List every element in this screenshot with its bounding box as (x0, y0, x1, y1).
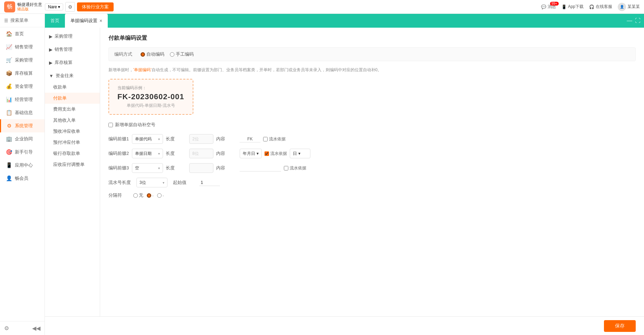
user-name: 某某某 (627, 4, 640, 10)
prefix1-label: 编码前缀1 (108, 136, 129, 142)
prefix1-waterfall-label[interactable]: 流水依据 (263, 136, 286, 142)
sub-nav-item-yushou[interactable]: 预收冲应收单 (45, 126, 100, 137)
serial-select[interactable]: 3位 ▾ (136, 178, 167, 187)
sep-dot-label[interactable]: · (147, 193, 154, 198)
tab-current[interactable]: 单据编码设置 × (65, 14, 108, 28)
prefix3-content-input[interactable] (240, 165, 281, 171)
sep-dot2-radio[interactable] (157, 193, 162, 198)
sub-nav-item-shoukuan[interactable]: 收款单 (45, 82, 100, 93)
prefix1-select[interactable]: 单据代码 ▾ (132, 134, 163, 144)
sidebar-item-apps[interactable]: 📱 应用中心 (0, 159, 45, 172)
start-value-input[interactable] (199, 179, 220, 186)
avatar: 👤 (618, 3, 626, 11)
prefix2-content-arrow-icon: ▾ (257, 151, 259, 156)
sidebar-item-purchase[interactable]: 🛒 采购管理 (0, 54, 45, 67)
tab-maximize-icon[interactable]: ⛶ (635, 18, 641, 24)
app-download-btn[interactable]: 📱 App下载 (561, 4, 584, 10)
sub-group-finance-header[interactable]: ▼ 资金往来 (45, 70, 100, 82)
sidebar-item-purchase-label: 采购管理 (15, 57, 33, 63)
sidebar-item-home[interactable]: 🏠 首页 (0, 27, 45, 40)
brand-name: 畅捷通好生意 (17, 2, 42, 7)
gear-icon: ⚙ (68, 4, 73, 10)
prefix1-value: 单据代码 (135, 136, 152, 142)
sidebar-item-finance-label: 资金管理 (15, 83, 33, 90)
save-button[interactable]: 保存 (604, 320, 636, 332)
prefix1-len-value: 2位 (192, 136, 199, 142)
sub-group-sales-header[interactable]: ▶ 销售管理 (45, 44, 100, 55)
sub-group-inventory-header[interactable]: ▶ 库存核算 (45, 57, 100, 68)
sidebar-item-member[interactable]: 👤 畅会员 (0, 172, 45, 185)
prefix1-len-input: 2位 (189, 134, 213, 144)
sidebar-item-basic[interactable]: 📋 基础信息 (0, 106, 45, 119)
prefix2-waterfall-label[interactable]: 流水依据 (265, 151, 287, 157)
auto-radio-label[interactable]: 自动编码 (141, 51, 164, 57)
sep-dot-radio[interactable] (147, 193, 151, 198)
sub-nav-item-yingshou[interactable]: 应收应付调整单 (45, 159, 100, 170)
sidebar-item-sales-label: 销售管理 (15, 44, 33, 50)
code-example-label: 当前编码示例： (117, 85, 184, 91)
sidebar-item-inventory[interactable]: 📦 库存核算 (0, 67, 45, 80)
sub-group-finance-items: 收款单 付款单 费用支出单 其他收入单 预收冲应收单 预付冲应付单 银行存取款单… (45, 82, 100, 170)
prefix1-waterfall-checkbox[interactable] (263, 137, 268, 141)
sub-nav-item-yufu[interactable]: 预付冲应付单 (45, 137, 100, 148)
prefix2-content-label: 内容 (216, 150, 237, 157)
auto-radio-input[interactable] (141, 52, 145, 57)
prefix3-arrow-icon: ▾ (158, 166, 160, 170)
tab-minimize-icon[interactable]: — (627, 18, 632, 24)
trial-btn[interactable]: 体验行业方案 (77, 2, 114, 11)
sub-group-purchase-header[interactable]: ▶ 采购管理 (45, 30, 100, 42)
sub-group-finance-label: 资金往来 (56, 73, 74, 79)
settings-bottom-icon[interactable]: ⚙ (4, 325, 9, 332)
sep-radio-group: 无 · · (133, 192, 164, 198)
prefix1-content-input[interactable] (240, 136, 260, 142)
sidebar-item-guide[interactable]: 🎯 新手引导 (0, 146, 45, 159)
msg-btn[interactable]: 💬 消息 99+ (541, 4, 556, 10)
sub-group-purchase-label: 采购管理 (55, 33, 73, 39)
manual-radio-label[interactable]: 手工编码 (170, 51, 194, 57)
settings-gear-btn[interactable]: ⚙ (65, 2, 75, 12)
sidebar-item-member-label: 畅会员 (15, 175, 28, 182)
prefix3-waterfall-checkbox[interactable] (284, 166, 288, 170)
sidebar-item-home-label: 首页 (15, 31, 24, 37)
prefix3-label: 编码前缀3 (108, 165, 129, 171)
prefix2-waterfall-unit-select[interactable]: 日 ▾ (290, 149, 310, 158)
prefix3-select[interactable]: 空 ▾ (132, 163, 163, 173)
auto-fill-checkbox[interactable] (108, 123, 113, 127)
sub-nav-item-feiyong[interactable]: 费用支出单 (45, 104, 100, 115)
sep-none-label[interactable]: 无 (133, 192, 143, 198)
sidebar-item-corp[interactable]: 🏢 企业协同 (0, 132, 45, 146)
sub-nav-item-qita[interactable]: 其他收入单 (45, 115, 100, 126)
manual-radio-input[interactable] (170, 52, 174, 57)
online-service-btn[interactable]: 🎧 在线客服 (589, 4, 612, 10)
user-profile-btn[interactable]: 👤 某某某 (618, 3, 640, 11)
separator-row: 分隔符 无 · · (108, 192, 636, 198)
prefix2-select[interactable]: 单据日期 ▾ (132, 149, 163, 158)
main-content: 首页 单据编码设置 × — ⛶ ▶ 采购管理 (45, 14, 644, 335)
prefix2-waterfall-checkbox[interactable] (265, 151, 269, 156)
top-bar-left: 畅 畅捷通好生意 猪品版 Nare ▾ ⚙ 体验行业方案 (4, 1, 114, 12)
sep-none-radio[interactable] (133, 193, 138, 198)
collapse-icon[interactable]: ◀◀ (32, 325, 40, 332)
nav-dropdown-btn[interactable]: Nare ▾ (45, 3, 63, 10)
prefix3-waterfall-label[interactable]: 流水依据 (284, 165, 306, 171)
info-text: 新增单据时，'单据编码'自动生成，不可编辑。前缀设置为部门、业务员等档案类，开单… (108, 67, 636, 73)
sep-dot2-label[interactable]: · (157, 193, 164, 198)
brand-logo-char: 畅 (7, 3, 12, 10)
sidebar-item-operation[interactable]: 📊 经营管理 (0, 93, 45, 106)
sidebar-item-apps-label: 应用中心 (15, 162, 33, 168)
search-menu-btn[interactable]: ☰ 搜索菜单 (0, 14, 45, 27)
sub-nav-item-yinhang[interactable]: 银行存取款单 (45, 148, 100, 159)
sidebar-item-system[interactable]: ⚙ 系统管理 (0, 119, 45, 132)
tab-close-icon[interactable]: × (99, 18, 102, 23)
prefix1-waterfall-text: 流水依据 (269, 136, 286, 142)
sidebar-nav: 🏠 首页 📈 销售管理 🛒 采购管理 📦 库存核算 💰 资金管理 📊 经 (0, 27, 45, 321)
manual-radio-text: 手工编码 (176, 51, 194, 57)
prefix2-waterfall-text: 流水依据 (270, 151, 287, 157)
tab-home[interactable]: 首页 (45, 14, 65, 28)
sidebar-item-finance[interactable]: 💰 资金管理 (0, 80, 45, 93)
serial-row: 流水号长度 3位 ▾ 起始值 (108, 178, 636, 187)
sub-nav-item-fukuan[interactable]: 付款单 (45, 93, 100, 104)
prefix2-content-select[interactable]: 年月日 ▾ (240, 149, 262, 158)
prefix2-label: 编码前缀2 (108, 150, 129, 157)
sidebar-item-sales[interactable]: 📈 销售管理 (0, 40, 45, 54)
